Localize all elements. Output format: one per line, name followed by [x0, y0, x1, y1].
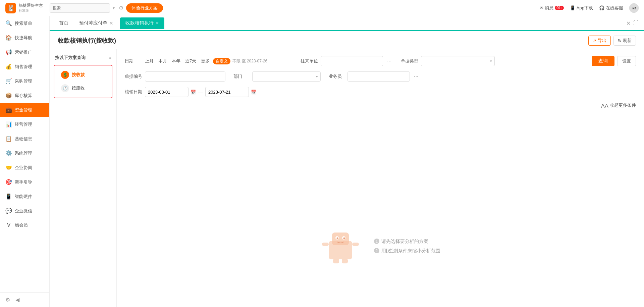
sidebar-item-wechat[interactable]: 💬企业微信	[0, 204, 49, 218]
sidebar-icon-wechat: 💬	[5, 208, 12, 214]
sidebar-collapse-btn[interactable]: ◀	[15, 297, 19, 303]
employee-field: 业务员 ···	[329, 71, 420, 82]
query-panel: 日期 上月 本月 本年 近7天 更多 自定义 不限 至 2023-07-26	[117, 49, 644, 185]
tab-home[interactable]: 首页	[55, 17, 72, 29]
query-area: 日期 上月 本月 本年 近7天 更多 自定义 不限 至 2023-07-26	[117, 49, 644, 307]
sidebar-label-funds: 资金管理	[15, 107, 32, 113]
export-icon: ↗	[593, 38, 596, 43]
date-7days[interactable]: 近7天	[184, 57, 198, 65]
writeoff-start-input[interactable]	[145, 87, 189, 97]
date-this-month[interactable]: 本月	[157, 57, 168, 65]
empty-tips: 1 请先选择要分析的方案 2 用[过滤]条件来缩小分析范围	[374, 237, 440, 255]
industry-btn[interactable]: 体验行业方案	[126, 3, 163, 13]
online-service-action[interactable]: 🎧 在线客服	[599, 5, 623, 11]
search-input[interactable]	[50, 3, 110, 13]
tab-close-icon[interactable]: ✕	[626, 20, 631, 27]
sidebar-item-vip[interactable]: V畅会员	[0, 218, 49, 232]
sidebar-label-smart-hw: 智能硬件	[15, 194, 32, 200]
date-this-year[interactable]: 本年	[170, 57, 182, 65]
content-area: 按以下方案查询 » 💲 按收款 🕐 按应收	[50, 49, 644, 307]
sidebar-item-enterprise[interactable]: 🤝企业协同	[0, 160, 49, 175]
date-field: 日期 上月 本月 本年 近7天 更多 自定义 不限 至 2023-07-26	[125, 57, 292, 65]
sidebar-label-vip: 畅会员	[15, 222, 28, 228]
filter-by-receipt[interactable]: 💲 按收款	[57, 68, 109, 82]
user-avatar[interactable]: Rit	[629, 3, 639, 13]
message-action[interactable]: ✉ 消息 99+	[540, 5, 564, 11]
receipt-icon: 💲	[61, 71, 69, 79]
filter-by-receivable-label: 按应收	[72, 85, 85, 91]
counterparty-field: 往来单位 ···	[301, 56, 393, 66]
sidebar-item-marketing[interactable]: 📢营销推广	[0, 45, 49, 59]
svg-rect-7	[352, 243, 359, 246]
query-button[interactable]: 查询	[592, 56, 614, 66]
receivable-icon: 🕐	[61, 84, 69, 92]
tab-prepay-offset[interactable]: 预付冲应付单 ✕	[74, 17, 119, 29]
sidebar-label-basic-info: 基础信息	[15, 136, 32, 142]
tab-receipt-offset[interactable]: 收款核销执行 ✕	[120, 17, 164, 29]
doc-no-input[interactable]	[145, 71, 225, 82]
dept-label: 部门	[233, 73, 250, 80]
page-title: 收款核销执行(按收款)	[58, 37, 116, 45]
writeoff-end-calendar-icon[interactable]: 📅	[251, 90, 256, 95]
app-download-action[interactable]: 📱 App下载	[570, 5, 593, 11]
date-last-month[interactable]: 上月	[144, 57, 155, 65]
sidebar-label-sales: 销售管理	[15, 64, 32, 70]
sidebar-item-operations[interactable]: 📊经营管理	[0, 117, 49, 132]
export-button[interactable]: ↗ 导出	[588, 36, 611, 46]
tip-text-1: 请先选择要分析的方案	[381, 237, 428, 246]
collapse-btn[interactable]: ⋀⋀ 收起更多条件	[601, 102, 636, 108]
employee-input[interactable]	[347, 71, 410, 82]
search-dropdown-icon[interactable]: ▾	[113, 6, 115, 10]
collapse-row: ⋀⋀ 收起更多条件	[125, 102, 636, 108]
message-icon: ✉	[540, 5, 543, 10]
sidebar-icon-funds: 💼	[5, 107, 12, 113]
sidebar-item-sys-mgmt[interactable]: ⚙️系统管理	[0, 146, 49, 160]
sidebar-item-quick-nav[interactable]: 🏠快捷导航	[0, 31, 49, 45]
dept-select[interactable]	[252, 71, 321, 82]
doc-type-select[interactable]	[421, 56, 495, 66]
page-header: 收款核销执行(按收款) ↗ 导出 ↻ 刷新	[50, 31, 644, 49]
tab-prepay-close-icon[interactable]: ✕	[109, 20, 113, 26]
sidebar-label-sys-mgmt: 系统管理	[15, 150, 32, 156]
phone-icon: 📱	[570, 5, 575, 10]
sidebar-item-basic-info[interactable]: 📋基础信息	[0, 132, 49, 146]
sidebar-settings-btn[interactable]: ⚙	[5, 297, 10, 303]
sidebar: 🔍搜索菜单🏠快捷导航📢营销推广💰销售管理🛒采购管理📦库存核算💼资金管理📊经营管理…	[0, 16, 50, 307]
sidebar-label-search-menu: 搜索菜单	[15, 20, 32, 27]
counterparty-input[interactable]	[321, 56, 383, 66]
date-divider: —	[198, 89, 203, 95]
tip-num-2: 2	[374, 248, 379, 253]
sidebar-icon-quick-nav: 🏠	[5, 35, 12, 41]
sidebar-item-sales[interactable]: 💰销售管理	[0, 59, 49, 74]
sidebar-label-enterprise: 企业协同	[15, 165, 32, 171]
sidebar-item-beginner[interactable]: 🎯新手引导	[0, 175, 49, 189]
date-label: 日期	[125, 58, 141, 64]
employee-dots-btn[interactable]: ···	[413, 73, 420, 80]
date-custom-tag[interactable]: 自定义	[213, 58, 230, 64]
filter-by-receivable[interactable]: 🕐 按应收	[57, 82, 109, 95]
filter-panel-collapse-icon[interactable]: »	[108, 55, 111, 60]
tab-bar: 首页 预付冲应付单 ✕ 收款核销执行 ✕ ✕ ⛶	[50, 16, 644, 31]
tip-text-2: 用[过滤]条件来缩小分析范围	[381, 246, 440, 255]
setting-button[interactable]: 设置	[617, 56, 636, 66]
tab-bar-right: ✕ ⛶	[626, 20, 639, 27]
sidebar-item-purchase[interactable]: 🛒采购管理	[0, 74, 49, 88]
svg-point-4	[337, 238, 338, 239]
settings-icon[interactable]: ⚙	[119, 5, 123, 11]
writeoff-end-input[interactable]	[205, 87, 249, 97]
date-more[interactable]: 更多	[200, 57, 211, 65]
tab-receipt-close-icon[interactable]: ✕	[156, 21, 159, 25]
tab-fullscreen-icon[interactable]: ⛶	[633, 20, 639, 27]
sidebar-icon-inventory: 📦	[5, 92, 12, 99]
sidebar-item-inventory[interactable]: 📦库存核算	[0, 88, 49, 103]
refresh-button[interactable]: ↻ 刷新	[613, 36, 636, 46]
tip-num-1: 1	[374, 239, 379, 244]
counterparty-dots-btn[interactable]: ···	[386, 58, 393, 64]
sidebar-item-funds[interactable]: 💼资金管理	[0, 103, 49, 117]
employee-label: 业务员	[329, 73, 345, 80]
main-content: 首页 预付冲应付单 ✕ 收款核销执行 ✕ ✕ ⛶ 收款核销执行(按收款) ↗ 导…	[50, 16, 644, 307]
writeoff-start-calendar-icon[interactable]: 📅	[191, 90, 196, 95]
service-icon: 🎧	[599, 5, 604, 10]
sidebar-item-search-menu[interactable]: 🔍搜索菜单	[0, 16, 49, 31]
sidebar-item-smart-hw[interactable]: 📱智能硬件	[0, 189, 49, 204]
